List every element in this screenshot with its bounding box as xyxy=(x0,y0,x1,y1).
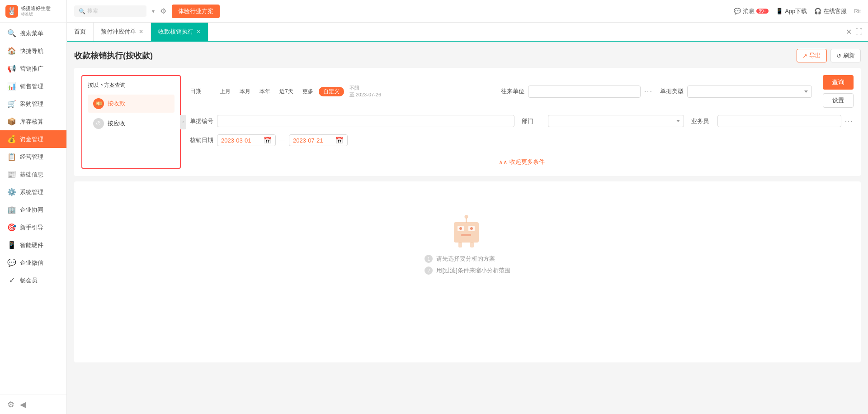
filter-option-receipt-label: 按收款 xyxy=(108,100,125,108)
sidebar-item-search[interactable]: 🔍 搜索菜单 xyxy=(0,24,66,42)
search-icon: 🔍 xyxy=(7,29,16,38)
operation-icon: 📋 xyxy=(7,152,16,161)
member-icon: ✓ xyxy=(7,276,16,285)
hardware-icon: 📱 xyxy=(7,241,16,249)
sidebar-item-label: 经营管理 xyxy=(20,153,43,161)
tab-home[interactable]: 首页 xyxy=(67,23,94,41)
party-input[interactable] xyxy=(528,86,641,98)
sidebar-item-label: 销售管理 xyxy=(20,82,43,90)
sidebar-item-label: 搜索菜单 xyxy=(20,29,43,38)
doc-type-label: 单据类型 xyxy=(660,87,684,95)
message-label: 消息 xyxy=(743,7,755,15)
empty-illustration xyxy=(445,209,490,249)
app-download-item[interactable]: 📱 App下载 xyxy=(776,7,807,15)
filter-option-receipt[interactable]: 💴 按收款 xyxy=(88,95,175,113)
sidebar-item-guide[interactable]: 🎯 新手引导 xyxy=(0,219,66,236)
tab-home-label: 首页 xyxy=(74,28,86,36)
date-tab-more[interactable]: 更多 xyxy=(299,87,317,96)
tab-expand-icon[interactable]: ⛶ xyxy=(855,28,863,36)
settings-bottom-icon[interactable]: ⚙ xyxy=(7,400,14,409)
query-button[interactable]: 查询 xyxy=(823,75,854,90)
sidebar-item-member[interactable]: ✓ 畅会员 xyxy=(0,271,66,289)
verify-end-wrap: 📅 xyxy=(289,134,348,146)
export-button[interactable]: ↗ 导出 xyxy=(797,49,827,62)
svg-rect-9 xyxy=(470,242,474,247)
enterprise-icon: 🏢 xyxy=(7,205,16,214)
staff-more-icon[interactable]: ··· xyxy=(845,117,854,125)
date-tab-this-month[interactable]: 本月 xyxy=(236,87,254,96)
filter-panel: 按以下方案查询 💴 按收款 ⏱ 按应收 ‹ 日期 xyxy=(74,68,861,176)
staff-input[interactable] xyxy=(717,115,841,127)
collapse-sidebar-icon[interactable]: ◀ xyxy=(20,400,26,409)
sidebar-item-hardware[interactable]: 📱 智能硬件 xyxy=(0,236,66,254)
date-tab-last-month[interactable]: 上月 xyxy=(216,87,234,96)
export-label: 导出 xyxy=(809,52,821,60)
sidebar-item-label: 快捷导航 xyxy=(20,47,43,55)
date-range-separator: — xyxy=(279,137,285,144)
message-item[interactable]: 💬 消息 99+ xyxy=(734,7,769,15)
topbar-gear-icon[interactable]: ⚙ xyxy=(160,7,166,15)
basic-icon: 📰 xyxy=(7,170,16,179)
page-title: 收款核销执行(按收款) xyxy=(74,50,153,61)
sidebar-item-enterprise[interactable]: 🏢 企业协同 xyxy=(0,201,66,219)
search-icon: 🔍 xyxy=(79,8,85,14)
export-icon: ↗ xyxy=(802,52,807,59)
empty-tip-2: 2 用[过滤]条件来缩小分析范围 xyxy=(425,266,510,275)
collapse-up-icon: ∧∧ xyxy=(499,159,508,166)
filter-option-receivable[interactable]: ⏱ 按应收 xyxy=(88,114,175,133)
sidebar-item-marketing[interactable]: 📢 营销推广 xyxy=(0,60,66,77)
sidebar-item-label: 系统管理 xyxy=(20,188,43,196)
sidebar-logo: 🐰 畅捷通好生意 标准版 xyxy=(0,0,66,23)
tab-receipt-verify[interactable]: 收款核销执行 ✕ xyxy=(151,23,208,41)
sidebar-item-wechat[interactable]: 💬 企业微信 xyxy=(0,254,66,271)
tab-receipt-close-icon[interactable]: ✕ xyxy=(196,29,201,35)
doc-no-input[interactable] xyxy=(217,115,514,127)
collapse-more-button[interactable]: ∧∧ 收起更多条件 xyxy=(491,155,552,169)
tab-prepayment[interactable]: 预付冲应付单 ✕ xyxy=(94,23,151,41)
refresh-button[interactable]: ↺ 刷新 xyxy=(830,49,861,62)
purchase-icon: 🛒 xyxy=(7,100,16,108)
doc-type-select[interactable] xyxy=(687,86,812,98)
sidebar-item-purchase[interactable]: 🛒 采购管理 xyxy=(0,95,66,113)
verify-end-input[interactable] xyxy=(293,137,334,144)
receipt-scheme-icon: 💴 xyxy=(93,98,104,109)
sidebar-item-system[interactable]: ⚙️ 系统管理 xyxy=(0,183,66,201)
topbar-search[interactable]: 🔍 搜索 xyxy=(74,5,146,17)
date-tab-custom[interactable]: 自定义 xyxy=(319,87,344,96)
sidebar-item-quick-nav[interactable]: 🏠 快捷导航 xyxy=(0,42,66,60)
setting-button[interactable]: 设置 xyxy=(823,93,854,108)
online-service-item[interactable]: 🎧 在线客服 xyxy=(814,7,847,15)
svg-rect-0 xyxy=(454,222,479,243)
svg-point-4 xyxy=(470,227,473,230)
empty-tips: 1 请先选择要分析的方案 2 用[过滤]条件来缩小分析范围 xyxy=(425,255,510,275)
app-download-label: App下载 xyxy=(785,7,807,15)
sidebar-item-operation[interactable]: 📋 经营管理 xyxy=(0,148,66,166)
sidebar: 🐰 畅捷通好生意 标准版 🔍 搜索菜单 🏠 快捷导航 📢 营销推广 📊 销售管理… xyxy=(0,0,67,414)
date-tab-7days[interactable]: 近7天 xyxy=(276,87,297,96)
page-actions: ↗ 导出 ↺ 刷新 xyxy=(797,49,861,62)
tab-prepayment-close-icon[interactable]: ✕ xyxy=(139,29,143,35)
dept-select[interactable] xyxy=(548,115,684,127)
sidebar-item-basic[interactable]: 📰 基础信息 xyxy=(0,166,66,183)
party-more-icon[interactable]: ··· xyxy=(644,87,653,95)
page-content: 收款核销执行(按收款) ↗ 导出 ↺ 刷新 按以下方案查询 💴 按收款 xyxy=(67,42,868,414)
tab-close-window-icon[interactable]: ✕ xyxy=(846,28,852,36)
sidebar-item-sales[interactable]: 📊 销售管理 xyxy=(0,77,66,95)
empty-icon xyxy=(445,209,490,249)
solution-button[interactable]: 体验行业方案 xyxy=(172,5,220,18)
service-label: 在线客服 xyxy=(823,7,847,15)
sidebar-nav: 🔍 搜索菜单 🏠 快捷导航 📢 营销推广 📊 销售管理 🛒 采购管理 📦 库存核… xyxy=(0,23,66,395)
calendar-end-icon[interactable]: 📅 xyxy=(335,137,343,144)
sidebar-item-inventory[interactable]: 📦 库存核算 xyxy=(0,113,66,130)
sales-icon: 📊 xyxy=(7,82,16,90)
refresh-icon: ↺ xyxy=(836,52,841,59)
page-header: 收款核销执行(按收款) ↗ 导出 ↺ 刷新 xyxy=(74,49,861,62)
topbar-chevron-icon[interactable]: ▾ xyxy=(152,8,155,14)
sidebar-item-finance[interactable]: 💰 资金管理 xyxy=(0,130,66,148)
receivable-scheme-icon: ⏱ xyxy=(93,118,104,129)
sidebar-item-label: 智能硬件 xyxy=(20,241,43,249)
verify-start-input[interactable] xyxy=(221,137,262,144)
calendar-start-icon[interactable]: 📅 xyxy=(264,137,271,144)
date-tab-this-year[interactable]: 本年 xyxy=(256,87,274,96)
collapse-scheme-button[interactable]: ‹ xyxy=(180,115,186,129)
